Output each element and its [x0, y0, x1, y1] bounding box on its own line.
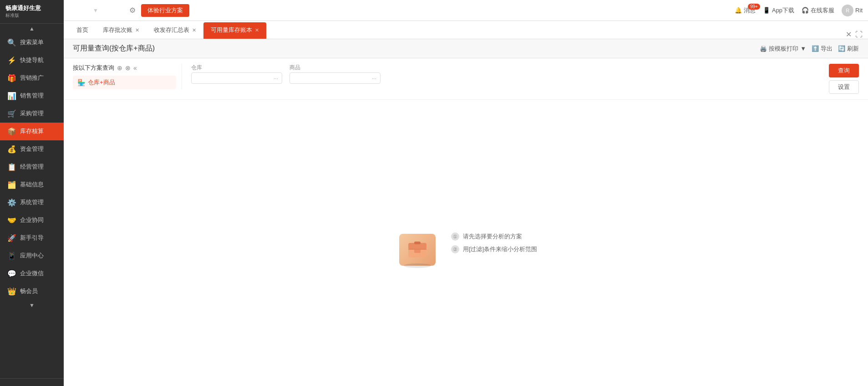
gear-icon[interactable]: ⚙: [129, 6, 136, 15]
print-icon: 🖨️: [760, 45, 767, 52]
tab-available[interactable]: 可用量库存账本 ✕: [203, 22, 266, 39]
print-btn[interactable]: 🖨️ 按模板打印 ▼: [760, 45, 806, 53]
filter-scheme: 按以下方案查询 ⊕ ⊗ « 🏪 仓库+商品: [73, 64, 182, 89]
filter-actions: 查询 设置: [823, 64, 859, 94]
add-scheme-btn[interactable]: ⊕: [117, 64, 122, 72]
sidebar-scroll-down[interactable]: ▼: [0, 300, 64, 310]
tab-batch-label: 库存批次账: [103, 26, 132, 34]
hint-num-2: ②: [451, 245, 459, 253]
notification-btn[interactable]: 🔔 消息 99+: [735, 6, 756, 15]
sidebar-item-guide[interactable]: 🚀 新手引导: [0, 229, 64, 247]
service-label: 在线客服: [811, 6, 834, 15]
scheme-setting-btn[interactable]: ⊗: [125, 64, 131, 72]
app-download-btn[interactable]: 📱 App下载: [763, 6, 794, 15]
page-header-actions: 🖨️ 按模板打印 ▼ ⬆️ 导出 🔄 刷新: [760, 45, 859, 53]
filter-fields: 仓库 ··· 商品 ···: [182, 64, 823, 84]
query-button[interactable]: 查询: [829, 64, 859, 77]
tab-batch[interactable]: 库存批次账 ✕: [96, 22, 147, 39]
finance-icon: 💰: [7, 145, 16, 154]
sidebar-item-label: 采购管理: [20, 109, 44, 118]
sidebar-item-marketing[interactable]: 🎁 营销推广: [0, 69, 64, 87]
hint-num-1: ①: [451, 232, 459, 241]
sidebar-item-label: 营销推广: [20, 74, 44, 82]
tab-home[interactable]: 首页: [69, 22, 96, 39]
product-input-wrapper[interactable]: ···: [289, 72, 381, 84]
sidebar-item-label: 新手引导: [20, 234, 44, 242]
sidebar-item-search[interactable]: 🔍 搜索菜单: [0, 34, 64, 51]
phone-icon: 📱: [763, 7, 770, 14]
tabbar-expand-btn[interactable]: ⛶: [855, 31, 863, 39]
sidebar-item-enterprise[interactable]: 🤝 企业协同: [0, 211, 64, 229]
product-field-label: 商品: [289, 64, 381, 72]
hint-text-1: 请先选择要分析的方案: [463, 232, 522, 241]
trial-btn[interactable]: 体验行业方案: [141, 4, 189, 17]
sidebar-item-wechat[interactable]: 💬 企业微信: [0, 265, 64, 283]
settings-button[interactable]: 设置: [829, 80, 859, 94]
sidebar-item-purchase[interactable]: 🛒 采购管理: [0, 105, 64, 123]
scheme-collapse-btn[interactable]: «: [133, 64, 137, 72]
bell-icon: 🔔: [735, 7, 742, 14]
tab-batch-close[interactable]: ✕: [135, 27, 139, 33]
tabbar-close-btn[interactable]: ✕: [846, 30, 852, 39]
sidebar-item-label: 企业协同: [20, 216, 44, 224]
scheme-item-warehouse[interactable]: 🏪 仓库+商品: [73, 76, 176, 89]
sidebar-item-appcenter[interactable]: 📱 应用中心: [0, 247, 64, 265]
marketing-icon: 🎁: [7, 74, 16, 82]
warehouse-more-btn[interactable]: ···: [274, 75, 278, 82]
sidebar-item-label: 经营管理: [20, 163, 44, 171]
service-btn[interactable]: 🎧 在线客服: [802, 6, 834, 15]
sidebar-item-basicinfo[interactable]: 🗂️ 基础信息: [0, 176, 64, 194]
sidebar-item-label: 搜索菜单: [20, 38, 44, 46]
user-area[interactable]: R Rit: [842, 5, 863, 16]
filter-field-product: 商品 ···: [289, 64, 381, 84]
sidebar-item-sales[interactable]: 📊 销售管理: [0, 87, 64, 105]
filter-scheme-header: 按以下方案查询 ⊕ ⊗ «: [73, 64, 176, 72]
sidebar-scroll-up[interactable]: ▲: [0, 24, 64, 34]
sidebar-item-label: 基础信息: [20, 180, 44, 189]
print-chevron-icon[interactable]: ▼: [800, 45, 806, 52]
tab-home-label: 首页: [76, 26, 88, 34]
filter-scheme-label: 按以下方案查询: [73, 64, 114, 72]
empty-shadow: [404, 263, 431, 268]
filter-area: 按以下方案查询 ⊕ ⊗ « 🏪 仓库+商品 仓库 ···: [64, 58, 868, 100]
refresh-btn[interactable]: 🔄 刷新: [838, 45, 859, 53]
warehouse-input[interactable]: [195, 75, 272, 82]
sidebar-logo: 畅康通好生意 标准版: [0, 0, 64, 24]
warehouse-input-wrapper[interactable]: ···: [191, 72, 282, 84]
main-content: ▼ ⚙ 体验行业方案 🔔 消息 99+ 📱 App下载 🎧 在线客服 R Rit: [64, 0, 868, 386]
product-more-btn[interactable]: ···: [372, 75, 376, 82]
svg-rect-4: [414, 249, 421, 253]
tabbar: 首页 库存批次账 ✕ 收发存汇总表 ✕ 可用量库存账本 ✕ ✕ ⛶: [64, 21, 868, 39]
app-label: App下载: [772, 6, 794, 15]
tab-receive-close[interactable]: ✕: [192, 27, 196, 33]
sidebar-item-inventory[interactable]: 📦 库存核算: [0, 123, 64, 140]
sidebar-item-member[interactable]: 👑 畅会员: [0, 283, 64, 300]
product-input[interactable]: [294, 75, 370, 82]
export-btn[interactable]: ⬆️ 导出: [812, 45, 832, 53]
sidebar-item-label: 快捷导航: [20, 56, 44, 64]
empty-hint-1: ① 请先选择要分析的方案: [451, 232, 537, 241]
appcenter-icon: 📱: [7, 252, 16, 260]
sidebar-item-operation[interactable]: 📋 经营管理: [0, 158, 64, 176]
sidebar-item-label: 库存核算: [20, 127, 44, 135]
tab-receive-label: 收发存汇总表: [154, 26, 189, 34]
page-content: 可用量查询(按仓库+商品) 🖨️ 按模板打印 ▼ ⬆️ 导出 🔄 刷新: [64, 39, 868, 386]
page-title: 可用量查询(按仓库+商品): [73, 44, 155, 53]
sidebar-item-finance[interactable]: 💰 资金管理: [0, 140, 64, 158]
topbar: ▼ ⚙ 体验行业方案 🔔 消息 99+ 📱 App下载 🎧 在线客服 R Rit: [64, 0, 868, 21]
scheme-icon: 🏪: [77, 79, 85, 86]
refresh-label: 刷新: [847, 45, 859, 53]
tab-available-close[interactable]: ✕: [255, 27, 259, 33]
inventory-icon: 📦: [7, 127, 16, 136]
svg-rect-2: [414, 242, 421, 244]
hint-text-2: 用[过滤]条件来缩小分析范围: [463, 245, 537, 253]
print-label: 按模板打印: [769, 45, 798, 53]
sidebar-item-system[interactable]: ⚙️ 系统管理: [0, 194, 64, 211]
tab-available-label: 可用量库存账本: [211, 26, 252, 34]
sidebar-item-label: 资金管理: [20, 145, 44, 153]
purchase-icon: 🛒: [7, 109, 16, 118]
sidebar-item-quicknav[interactable]: ⚡ 快捷导航: [0, 51, 64, 69]
tab-receive[interactable]: 收发存汇总表 ✕: [147, 22, 203, 39]
sidebar-item-label: 畅会员: [20, 287, 38, 295]
empty-illustration: [395, 220, 440, 266]
